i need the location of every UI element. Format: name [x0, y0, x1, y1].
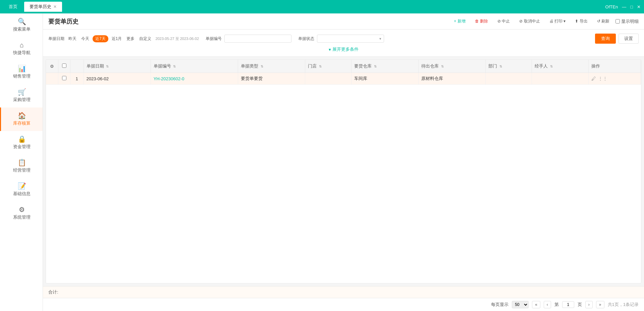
top-bar-right: OfTEn — □ ✕	[605, 4, 641, 9]
col-actions: 操作	[589, 60, 641, 73]
quick-nav-icon: ⌂	[20, 42, 24, 48]
table-header: ⚙ 单据日期 ⇅ 单据编号 ⇅	[46, 60, 641, 73]
tab-order-history-label: 要货单历史	[30, 4, 51, 10]
date-opt-today[interactable]: 今天	[80, 35, 91, 42]
content-area: 要货单历史 + 新增 🗑 删除 ⊘ 中止 ⊘ 取消中止 🖨 打印 ▾ ⬆ 导出 …	[43, 13, 644, 311]
sidebar-item-ops-mgmt[interactable]: 📋 经营管理	[0, 154, 43, 178]
col-checkbox	[58, 60, 70, 73]
date-range-display: 2023-05-27 至 2023-06-02	[155, 36, 199, 41]
order-no-link[interactable]: YH-20230602-0	[154, 76, 184, 81]
page-size-label: 每页显示	[491, 302, 508, 308]
col-date-sort-icon: ⇅	[106, 64, 109, 68]
summary-label: 合计:	[48, 289, 58, 295]
date-opt-last1month[interactable]: 近1月	[110, 35, 123, 42]
sidebar-item-quick-nav-label: 快捷导航	[13, 50, 31, 56]
minimize-btn[interactable]: —	[622, 4, 626, 9]
table-container: ⚙ 单据日期 ⇅ 单据编号 ⇅	[46, 59, 641, 283]
cancel-stop-button[interactable]: ⊘ 取消中止	[516, 17, 543, 26]
setting-button[interactable]: 设置	[619, 34, 639, 44]
expand-more-icon: ▾	[329, 47, 331, 52]
expand-more-btn[interactable]: ▾ 展开更多条件	[48, 46, 639, 52]
sidebar-item-purchase-mgmt-label: 采购管理	[13, 97, 31, 103]
tab-close-icon[interactable]: ✕	[53, 4, 57, 9]
col-dept[interactable]: 部门 ⇅	[486, 60, 532, 73]
date-filter-group: 单据日期 昨天 今天 近7天 近1月 更多 自定义 2023-05-27 至 2…	[48, 35, 199, 42]
brand-label: OfTEn	[605, 4, 618, 9]
prev-page-btn[interactable]: ‹	[544, 301, 551, 308]
col-dept-sort-icon: ⇅	[499, 64, 502, 68]
tab-home[interactable]: 首页	[3, 2, 23, 12]
row-num: 1	[70, 73, 84, 85]
row-settings	[46, 73, 58, 85]
next-page-btn[interactable]: ›	[585, 301, 593, 308]
sidebar-item-finance-mgmt-label: 资金管理	[13, 144, 31, 150]
maximize-btn[interactable]: □	[630, 4, 633, 9]
row-edit-icon[interactable]: 🖊	[591, 76, 596, 81]
col-settings[interactable]: ⚙	[46, 60, 58, 73]
col-num	[70, 60, 84, 73]
expand-more-label: 展开更多条件	[332, 46, 359, 52]
sidebar-item-purchase-mgmt[interactable]: 🛒 采购管理	[0, 84, 43, 107]
col-order-type[interactable]: 单据类型 ⇅	[238, 60, 305, 73]
export-button[interactable]: ⬆ 导出	[572, 17, 591, 26]
last-page-btn[interactable]: »	[596, 301, 604, 308]
stop-button[interactable]: ⊘ 中止	[494, 17, 513, 26]
print-button[interactable]: 🖨 打印 ▾	[546, 17, 569, 26]
page-header: 要货单历史 + 新增 🗑 删除 ⊘ 中止 ⊘ 取消中止 🖨 打印 ▾ ⬆ 导出 …	[43, 13, 644, 30]
refresh-button[interactable]: ↺ 刷新	[594, 17, 613, 26]
sidebar-item-search-menu[interactable]: 🔍 搜索菜单	[0, 13, 43, 37]
close-btn[interactable]: ✕	[637, 4, 641, 9]
first-page-btn[interactable]: «	[532, 301, 540, 308]
sidebar-item-quick-nav[interactable]: ⌂ 快捷导航	[0, 37, 43, 60]
pagination-bar: 每页显示 10 20 50 100 « ‹ 第 1 页 › » 共1页，1条记录	[43, 298, 644, 311]
col-req-warehouse[interactable]: 要货仓库 ⇅	[352, 60, 419, 73]
row-checkbox[interactable]	[62, 76, 66, 80]
sidebar-item-finance-mgmt[interactable]: 🔒 资金管理	[0, 131, 43, 154]
display-detail-checkbox[interactable]	[615, 19, 620, 24]
tab-order-history[interactable]: 要货单历史 ✕	[24, 2, 62, 12]
row-pending-warehouse: 原材料仓库	[419, 73, 486, 85]
display-detail-label: 显示明细	[621, 18, 639, 25]
row-dept	[486, 73, 532, 85]
col-pending-warehouse[interactable]: 待出仓库 ⇅	[419, 60, 486, 73]
status-select-wrapper	[317, 35, 384, 43]
page-word: 页	[578, 302, 582, 308]
new-button[interactable]: + 新增	[450, 17, 469, 26]
col-date[interactable]: 单据日期 ⇅	[84, 60, 151, 73]
sidebar-item-search-menu-label: 搜索菜单	[13, 26, 31, 32]
sidebar-item-inventory[interactable]: 🏠 库存核算	[0, 107, 43, 131]
col-store[interactable]: 门店 ⇅	[305, 60, 352, 73]
top-bar: 首页 要货单历史 ✕ OfTEn — □ ✕	[0, 0, 644, 13]
sidebar-item-sys-mgmt[interactable]: ⚙ 系统管理	[0, 202, 43, 225]
date-opt-more[interactable]: 更多	[125, 35, 136, 42]
date-opt-yesterday[interactable]: 昨天	[67, 35, 78, 42]
date-opt-custom[interactable]: 自定义	[138, 35, 153, 42]
filter-row-1: 单据日期 昨天 今天 近7天 近1月 更多 自定义 2023-05-27 至 2…	[48, 34, 639, 44]
status-select[interactable]	[317, 35, 384, 43]
sidebar-item-basic-info[interactable]: 📝 基础信息	[0, 178, 43, 202]
col-dept-label: 部门	[488, 63, 497, 69]
row-date: 2023-06-02	[84, 73, 151, 85]
sidebar-item-inventory-label: 库存核算	[13, 120, 31, 126]
col-handler[interactable]: 经手人 ⇅	[532, 60, 589, 73]
status-label: 单据状态	[298, 36, 314, 42]
page-word-before: 第	[554, 302, 559, 308]
display-detail-toggle[interactable]: 显示明细	[615, 18, 639, 25]
purchase-mgmt-icon: 🛒	[18, 89, 26, 95]
sidebar-item-sales-mgmt[interactable]: 📊 销售管理	[0, 60, 43, 84]
order-no-input[interactable]	[224, 35, 291, 43]
table-footer: 合计:	[43, 286, 644, 298]
col-order-no[interactable]: 单据编号 ⇅	[151, 60, 238, 73]
page-number-input[interactable]: 1	[562, 301, 574, 308]
sales-mgmt-icon: 📊	[18, 65, 26, 72]
select-all-checkbox[interactable]	[62, 63, 66, 68]
date-options: 昨天 今天 近7天 近1月 更多 自定义	[67, 35, 153, 42]
delete-button[interactable]: 🗑 删除	[472, 17, 491, 26]
sidebar-item-sys-mgmt-label: 系统管理	[13, 214, 31, 220]
date-opt-last7days[interactable]: 近7天	[93, 35, 108, 42]
query-button[interactable]: 查询	[595, 34, 616, 44]
col-order-no-label: 单据编号	[154, 63, 171, 69]
row-more-icon[interactable]: ⋮⋮	[598, 76, 607, 81]
table-row: 1 2023-06-02 YH-20230602-0 要货单要货 车间库 原材料…	[46, 73, 641, 85]
page-size-select[interactable]: 10 20 50 100	[512, 301, 529, 308]
